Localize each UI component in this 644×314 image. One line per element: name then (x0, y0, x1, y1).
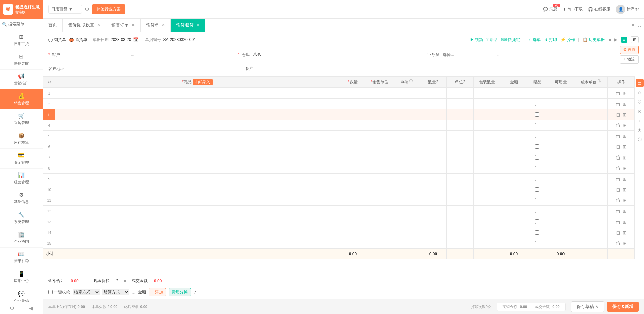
tab-fullscreen-icon[interactable]: ⛶ (637, 23, 641, 27)
copy-row-btn[interactable]: ⊞ (623, 144, 627, 149)
copy-row-btn[interactable]: ⊞ (623, 101, 627, 107)
staff-select-dots[interactable]: ... (497, 52, 500, 57)
tab-sales-return-close[interactable]: ✕ (196, 23, 200, 27)
user-menu-btn[interactable]: 👤 徐泽华 (616, 5, 639, 14)
delete-row-btn[interactable]: 🗑 (616, 90, 621, 96)
history-link[interactable]: 📋 历史单据 (583, 37, 605, 43)
row-amount[interactable] (500, 88, 527, 99)
scan-button[interactable]: 扫码录入 (193, 79, 213, 85)
fee-help-icon[interactable]: ? (194, 290, 196, 295)
delete-row-btn[interactable]: 🗑 (616, 230, 621, 235)
copy-row-btn[interactable]: ⊞ (623, 198, 627, 203)
sidebar-item-sales[interactable]: 💰 销售管理 (0, 89, 43, 109)
delete-row-btn[interactable]: 🗑 (616, 187, 621, 192)
sidebar-item-corp[interactable]: 🏢 企业协同 (0, 228, 43, 248)
staff-input[interactable] (441, 52, 495, 58)
gift-checkbox[interactable] (535, 123, 539, 127)
row-product[interactable] (55, 88, 339, 99)
next-icon[interactable]: ▶ (614, 37, 618, 42)
company-selector[interactable]: 日用百货 ▼ (48, 5, 82, 14)
gift-checkbox[interactable] (535, 198, 539, 202)
copy-row-btn[interactable]: ⊞ (623, 219, 627, 225)
sidebar-item-marketing[interactable]: 📢 营销推广 (0, 70, 43, 89)
save-draft-btn[interactable]: 保存草稿 ∧ (571, 301, 605, 312)
account-dots[interactable]: ... (132, 290, 135, 295)
tab-home[interactable]: 首页 (43, 19, 63, 32)
grid-view-icon[interactable]: ⊞ (631, 36, 639, 43)
copy-row-btn[interactable]: ⊞ (623, 176, 627, 182)
row-qty[interactable] (339, 88, 366, 99)
gift-checkbox[interactable] (535, 177, 539, 181)
experience-button[interactable]: 体验行业方案 (92, 4, 125, 14)
sidebar-collapse-icon[interactable]: ◀ (29, 305, 33, 311)
row-avail[interactable] (547, 88, 574, 99)
sidebar-item-base[interactable]: ⚙ 基础信息 (0, 188, 43, 208)
delete-row-btn[interactable]: 🗑 (616, 155, 621, 160)
delete-row-btn[interactable]: 🗑 (616, 123, 621, 128)
gift-checkbox[interactable] (535, 230, 539, 235)
one-click-input[interactable] (48, 290, 53, 294)
one-click-checkbox[interactable]: 一键收款 (48, 289, 70, 295)
th-settings[interactable]: ⚙ (43, 77, 55, 88)
gift-checkbox[interactable] (535, 209, 539, 213)
tab-sales-delivery[interactable]: 销货单 ✕ (141, 19, 171, 32)
copy-row-btn[interactable]: ⊞ (623, 208, 627, 214)
gift-checkbox[interactable] (535, 219, 539, 224)
tab-price-close[interactable]: ✕ (97, 23, 100, 27)
customer-input[interactable] (62, 52, 129, 58)
gift-checkbox[interactable] (535, 241, 539, 245)
gift-checkbox[interactable] (535, 166, 539, 170)
right-tool-1[interactable]: ▤ (636, 79, 644, 87)
delete-row-btn[interactable]: 🗑 (616, 219, 621, 225)
remark-input[interactable] (255, 66, 389, 72)
topbar-settings-icon[interactable]: ⚙ (85, 6, 89, 12)
sidebar-item-quick-nav[interactable]: ⊟ 快捷导航 (0, 50, 43, 70)
message-btn[interactable]: 💬 消息 70 (543, 6, 557, 12)
right-tool-6[interactable]: ★ (636, 126, 644, 134)
app-download-btn[interactable]: ⬇ App下载 (563, 6, 583, 12)
delete-row-btn[interactable]: 🗑 (616, 144, 621, 149)
row-packqty[interactable] (474, 88, 500, 99)
operate-link[interactable]: ⚡ 操作 (560, 37, 575, 43)
fee-split-btn[interactable]: 费用分摊 (169, 288, 191, 296)
right-tool-2[interactable]: ☆ (636, 88, 644, 97)
debt-help[interactable]: ? (107, 305, 109, 309)
product-input-active[interactable] (57, 112, 337, 117)
sidebar-item-inventory[interactable]: 📦 库存核算 (0, 129, 43, 149)
tab-sales-delivery-close[interactable]: ✕ (162, 23, 165, 27)
select-link[interactable]: ☑ 选单 (528, 37, 540, 43)
tab-price-setting[interactable]: 售价提取设置 ✕ (63, 19, 106, 32)
gift-checkbox[interactable] (535, 91, 539, 95)
row-gift[interactable] (527, 88, 547, 99)
right-tool-4[interactable]: ⊠ (636, 107, 644, 115)
video-link[interactable]: ▶ 视频 (470, 37, 483, 43)
copy-row-btn[interactable]: ⊞ (623, 241, 627, 246)
row-unit[interactable] (366, 88, 393, 99)
search-menu[interactable]: 🔍 搜索菜单 (0, 19, 43, 30)
print-link[interactable]: 🖨 打印 (544, 37, 557, 43)
row-price[interactable] (393, 88, 420, 99)
settings-btn[interactable]: ⚙ 设置 (620, 46, 639, 54)
delete-row-btn[interactable]: 🗑 (616, 241, 621, 246)
gift-checkbox[interactable] (535, 112, 539, 117)
copy-row-btn[interactable]: ⊞ (623, 166, 627, 171)
copy-row-btn[interactable]: ⊞ (623, 230, 627, 235)
sidebar-item-home[interactable]: ⊞ 日用百货 (0, 30, 43, 50)
account-select[interactable]: 结算方式 (102, 289, 129, 295)
warehouse-input[interactable] (252, 52, 305, 58)
tab-sales-order-close[interactable]: ✕ (131, 23, 135, 27)
right-tool-5[interactable]: ☞ (636, 117, 644, 125)
logistics-btn[interactable]: + 物流 (620, 55, 639, 64)
prev-icon[interactable]: ◀ (608, 37, 611, 42)
row-qty2[interactable] (420, 88, 447, 99)
save-new-btn[interactable]: 保存&新增 (607, 302, 639, 312)
radio-sales-input[interactable] (48, 38, 53, 42)
delete-row-btn[interactable]: 🗑 (616, 101, 621, 107)
sidebar-settings-icon[interactable]: ⚙ (10, 305, 14, 311)
sidebar-item-finance[interactable]: 💳 资金管理 (0, 149, 43, 169)
costprice-info-icon[interactable]: ⓘ (598, 79, 601, 83)
help-link[interactable]: ? 帮助 (486, 37, 498, 43)
gift-checkbox[interactable] (535, 144, 539, 149)
gift-checkbox[interactable] (535, 155, 539, 160)
address-input[interactable] (66, 66, 133, 72)
